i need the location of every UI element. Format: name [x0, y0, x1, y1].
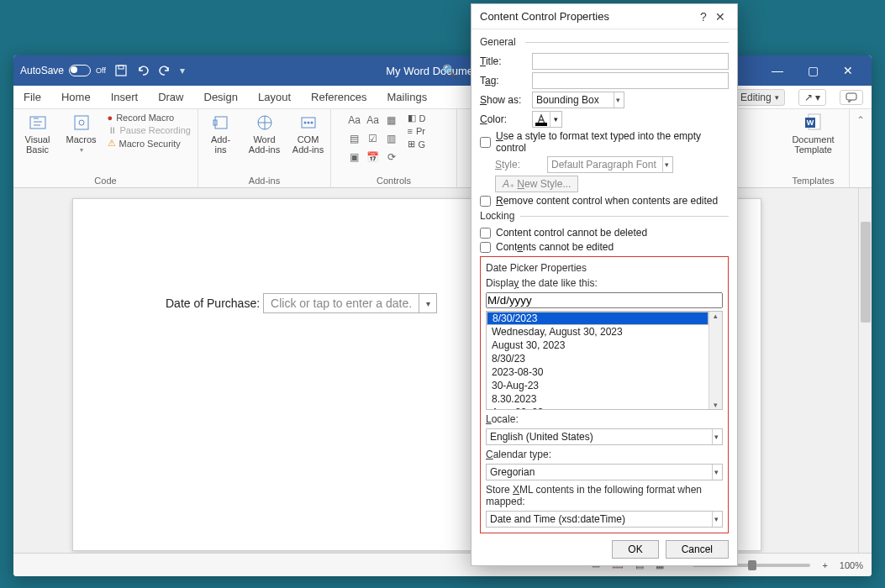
- list-item[interactable]: August 30, 2023: [487, 339, 709, 352]
- design-mode-icon: ◧: [408, 113, 416, 123]
- chevron-down-icon: ▾: [712, 429, 720, 444]
- style-label: Style:: [495, 159, 542, 171]
- comments-button[interactable]: [840, 90, 863, 105]
- tag-input[interactable]: [532, 72, 729, 89]
- maximize-button[interactable]: ▢: [803, 64, 823, 77]
- date-picker-properties-section: Date Picker Properties Display the date …: [480, 256, 729, 533]
- quick-access-toolbar: ▾: [114, 64, 185, 77]
- document-template-button[interactable]: W Document Template: [792, 113, 834, 155]
- cannot-edit-checkbox[interactable]: [480, 242, 491, 253]
- remove-control-label: Remove content control when contents are…: [496, 195, 718, 207]
- tab-file[interactable]: File: [18, 87, 46, 107]
- ok-button[interactable]: OK: [612, 540, 658, 559]
- tab-home[interactable]: Home: [56, 87, 96, 107]
- qat-separator: ▾: [180, 65, 185, 76]
- minimize-button[interactable]: —: [767, 64, 788, 77]
- properties-icon: ≡: [408, 126, 413, 136]
- redo-icon[interactable]: [158, 64, 171, 77]
- calendar-type-select[interactable]: Gregorian▾: [486, 464, 723, 480]
- tab-design[interactable]: Design: [199, 87, 243, 107]
- save-icon[interactable]: [114, 64, 128, 77]
- close-button[interactable]: ✕: [838, 64, 858, 77]
- svg-rect-4: [75, 116, 88, 129]
- word-addins-button[interactable]: Word Add-ins: [247, 113, 282, 155]
- scrollbar-thumb[interactable]: [861, 222, 871, 323]
- date-picker-placeholder: Click or tap to enter a date.: [264, 294, 419, 312]
- scroll-down-icon[interactable]: ▾: [714, 401, 718, 409]
- show-as-label: Show as:: [480, 94, 527, 106]
- tab-mailings[interactable]: Mailings: [382, 87, 433, 107]
- pause-icon: ⏸: [108, 125, 117, 135]
- tab-references[interactable]: References: [306, 87, 371, 107]
- tab-insert[interactable]: Insert: [106, 87, 144, 107]
- pause-recording-button: ⏸Pause Recording: [108, 125, 192, 135]
- control-date-picker-icon[interactable]: 📅: [366, 150, 381, 165]
- tab-draw[interactable]: Draw: [153, 87, 188, 107]
- list-item[interactable]: Aug. 30, 23: [487, 406, 709, 409]
- svg-text:W: W: [807, 118, 814, 127]
- undo-icon[interactable]: [136, 64, 150, 77]
- design-mode-button[interactable]: ◧D: [408, 113, 441, 123]
- record-macro-button[interactable]: ●Record Macro: [108, 113, 192, 123]
- section-date-picker: Date Picker Properties: [486, 262, 723, 274]
- cancel-button[interactable]: Cancel: [666, 540, 729, 559]
- cannot-delete-checkbox[interactable]: [480, 228, 491, 239]
- group-icon: ⊞: [408, 139, 415, 150]
- control-rich-text-icon[interactable]: Aa: [347, 113, 362, 128]
- color-picker[interactable]: ▾: [532, 111, 562, 128]
- content-control-properties-dialog: Content Control Properties ? ✕ General T…: [471, 3, 738, 566]
- title-input[interactable]: [532, 53, 729, 70]
- list-item[interactable]: 30-Aug-23: [487, 379, 709, 392]
- autosave-toggle[interactable]: AutoSave Off: [20, 65, 106, 76]
- slider-knob[interactable]: [748, 560, 756, 570]
- addins-icon: [211, 113, 231, 133]
- xml-format-select[interactable]: Date and Time (xsd:dateTime)▾: [486, 511, 723, 528]
- control-repeating-icon[interactable]: ⟳: [384, 150, 399, 165]
- collapse-ribbon-icon[interactable]: ⌃: [856, 114, 865, 126]
- group-button[interactable]: ⊞G: [408, 139, 441, 150]
- use-style-checkbox[interactable]: [480, 137, 491, 148]
- zoom-level[interactable]: 100%: [840, 560, 863, 570]
- close-button[interactable]: ✕: [712, 10, 729, 24]
- locale-select[interactable]: English (United States)▾: [486, 428, 723, 445]
- locale-label: Locale:: [486, 413, 723, 425]
- search-icon[interactable]: 🔍: [442, 64, 456, 77]
- chevron-down-icon[interactable]: ▾: [419, 294, 436, 312]
- zoom-in-button[interactable]: +: [822, 560, 827, 570]
- listbox-scrollbar[interactable]: ▴▾: [709, 312, 722, 409]
- macro-security-button[interactable]: ⚠Macro Security: [108, 138, 192, 149]
- svg-point-10: [303, 122, 306, 124]
- scroll-up-icon[interactable]: ▴: [714, 312, 718, 320]
- warning-icon: ⚠: [108, 138, 116, 149]
- vertical-scrollbar[interactable]: [858, 188, 872, 553]
- list-item[interactable]: Wednesday, August 30, 2023: [487, 325, 709, 339]
- control-checkbox-icon[interactable]: ☑: [366, 131, 381, 146]
- chevron-down-icon: ▾: [712, 465, 720, 480]
- remove-control-checkbox[interactable]: [480, 196, 491, 207]
- properties-button[interactable]: ≡Pr: [408, 126, 441, 136]
- list-item[interactable]: 8.30.2023: [487, 392, 709, 406]
- com-addins-button[interactable]: COM Add-ins: [291, 113, 326, 155]
- help-button[interactable]: ?: [695, 10, 712, 24]
- display-format-label: Display the date like this:: [486, 277, 723, 289]
- visual-basic-button[interactable]: Visual Basic: [20, 113, 55, 155]
- com-addins-icon: [298, 113, 319, 133]
- macros-button[interactable]: Macros ▾: [64, 113, 99, 154]
- control-picture-icon[interactable]: ▦: [384, 113, 399, 128]
- control-combobox-icon[interactable]: ▥: [384, 131, 399, 146]
- date-picker-content-control[interactable]: Click or tap to enter a date. ▾: [263, 293, 437, 313]
- addins-button[interactable]: Add- ins: [203, 113, 239, 155]
- list-item[interactable]: 8/30/23: [487, 352, 709, 365]
- group-label-controls: Controls: [377, 176, 411, 186]
- show-as-select[interactable]: Bounding Box▾: [532, 92, 624, 108]
- list-item[interactable]: 2023-08-30: [487, 365, 709, 379]
- display-format-input[interactable]: [486, 292, 723, 308]
- group-label-addins: Add-ins: [249, 176, 280, 186]
- list-item[interactable]: 8/30/2023: [487, 312, 709, 325]
- control-plain-text-icon[interactable]: Aa: [366, 113, 381, 128]
- control-dropdown-icon[interactable]: ▣: [347, 150, 362, 165]
- format-listbox[interactable]: 8/30/2023 Wednesday, August 30, 2023 Aug…: [486, 311, 723, 410]
- share-button[interactable]: ↗ ▾: [798, 89, 826, 106]
- control-building-block-icon[interactable]: ▤: [347, 131, 362, 146]
- tab-layout[interactable]: Layout: [253, 87, 296, 107]
